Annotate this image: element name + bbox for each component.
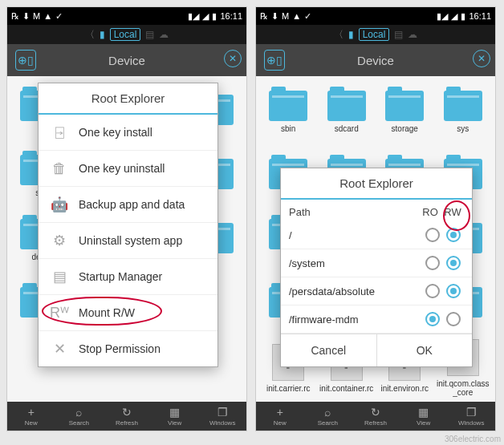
close-icon[interactable]: ✕ <box>473 50 490 67</box>
file-name: init.carrier.rc <box>266 384 310 393</box>
folder-icon <box>444 91 482 121</box>
menu-title: Root Explorer <box>39 83 217 115</box>
folder-item[interactable]: sbin <box>259 79 318 144</box>
bottombar-search[interactable]: ⌕Search <box>304 402 352 431</box>
radio-ro[interactable] <box>425 284 440 298</box>
bottombar-label: New <box>274 419 287 427</box>
mount-column-header: Path RO RW <box>281 200 472 221</box>
view-icon: ▦ <box>418 406 429 419</box>
warning-icon: ▲ <box>43 11 52 21</box>
bottombar-refresh[interactable]: ↻Refresh <box>352 402 400 431</box>
bottombar-search[interactable]: ⌕Search <box>55 402 104 431</box>
radio-rw[interactable] <box>446 228 461 242</box>
chevron-left-icon: 〈 <box>334 28 343 42</box>
bottombar-windows[interactable]: ❐Windows <box>198 402 246 431</box>
android-icon: 🤖 <box>48 195 71 214</box>
menu-item-backup-app-and-data[interactable]: 🤖Backup app and data <box>39 187 217 223</box>
close-icon[interactable]: ✕ <box>224 50 242 67</box>
bottombar-new[interactable]: +New <box>7 402 55 431</box>
battery-icon: ▮ <box>461 11 465 22</box>
menu-item-stop-permission[interactable]: ✕Stop Permission <box>39 331 217 366</box>
mount-row: /system <box>281 249 472 277</box>
rw-icon: Rᵂ <box>48 303 71 322</box>
path-bar[interactable]: 〈 ▮ Local ▤ ☁ <box>7 25 246 44</box>
left-screenshot: ℞ ⬇ M ▲ ✓ ▮◢ ◢ ▮ 16:11 〈 ▮ Local ▤ ☁ ⊕▯ … <box>6 6 247 431</box>
mount-path: /persdata/absolute <box>289 285 422 297</box>
mount-path: /system <box>289 257 422 269</box>
install-icon: ⍈ <box>48 123 71 142</box>
menu-item-startup-manager[interactable]: ▤Startup Manager <box>39 259 217 295</box>
bottombar-view[interactable]: ▦View <box>151 402 199 431</box>
menu-item-uninstall-system-app[interactable]: ⚙Uninstall system app <box>39 223 217 259</box>
search-icon: ⌕ <box>75 406 82 419</box>
ok-button[interactable]: OK <box>377 334 473 366</box>
search-icon: ⌕ <box>324 406 331 419</box>
path-bar[interactable]: 〈 ▮ Local ▤ ☁ <box>256 25 495 44</box>
bottombar-label: Refresh <box>116 419 138 427</box>
folder-item[interactable]: sdcard <box>318 79 376 144</box>
right-screenshot: ℞ ⬇ M ▲ ✓ ▮◢ ◢ ▮ 16:11 〈 ▮ Local ▤ ☁ ⊕▯ … <box>255 6 496 431</box>
mount-rw-dialog: Root Explorer Path RO RW / /system /pers… <box>280 168 473 367</box>
radio-rw[interactable] <box>446 312 461 326</box>
disk-icon: ▤ <box>145 29 154 40</box>
radio-ro[interactable] <box>425 228 440 242</box>
header-title: Device <box>264 54 487 67</box>
bottombar-label: Refresh <box>364 419 387 427</box>
folder-icon <box>269 91 307 121</box>
folder-name: sys <box>457 124 469 133</box>
folder-icon <box>385 91 424 121</box>
menu-item-label: Startup Manager <box>79 270 162 283</box>
ro-col-label: RO <box>419 206 441 218</box>
mount-path: / <box>289 229 422 241</box>
bottombar-refresh[interactable]: ↻Refresh <box>103 402 151 431</box>
windows-icon: ❐ <box>466 406 477 419</box>
mount-row: /firmware-mdm <box>281 305 472 334</box>
bottombar-new[interactable]: +New <box>256 402 304 431</box>
bottombar-label: Windows <box>458 419 484 427</box>
bottombar-windows[interactable]: ❐Windows <box>447 402 495 431</box>
download-icon: ⬇ <box>22 11 30 22</box>
new-icon: + <box>277 406 283 419</box>
radio-rw[interactable] <box>446 284 461 298</box>
cancel-button[interactable]: Cancel <box>281 334 377 366</box>
disk-icon: ▤ <box>394 29 403 40</box>
battery-icon: ▮ <box>212 11 217 22</box>
menu-item-one-key-install[interactable]: ⍈One key install <box>39 115 217 151</box>
bottombar-label: Search <box>69 419 89 427</box>
bottombar-view[interactable]: ▦View <box>400 402 448 431</box>
signal-icon: ▮◢ <box>188 11 199 22</box>
bottombar-label: View <box>417 419 430 427</box>
folder-item[interactable]: sys <box>434 79 493 144</box>
download-icon: ⬇ <box>271 11 278 22</box>
root-explorer-menu: Root Explorer ⍈One key install🗑One key u… <box>38 83 218 367</box>
sd-icon: ▮ <box>100 29 105 40</box>
mount-path: /firmware-mdm <box>289 314 422 326</box>
mount-row: /persdata/absolute <box>281 277 472 305</box>
bottom-bar: +New⌕Search↻Refresh▦View❐Windows <box>256 402 495 431</box>
file-name: init.qcom.class_core <box>435 379 491 397</box>
bottombar-label: View <box>168 419 181 427</box>
mail-icon: M <box>282 11 289 21</box>
menu-item-label: Stop Permission <box>79 342 161 355</box>
watermark: 306electric.com <box>445 435 501 443</box>
menu-item-mount-r-w[interactable]: RᵂMount R/W <box>39 295 217 331</box>
cloud-icon: ☁ <box>408 29 417 40</box>
mount-title: Root Explorer <box>281 168 472 200</box>
startup-icon: ▤ <box>48 267 71 286</box>
check-icon: ✓ <box>55 11 63 22</box>
status-bar: ℞ ⬇ M ▲ ✓ ▮◢ ◢ ▮ 16:11 <box>256 7 495 25</box>
signal2-icon: ◢ <box>202 11 209 22</box>
radio-ro[interactable] <box>425 312 440 326</box>
folder-name: sdcard <box>335 124 359 133</box>
radio-rw[interactable] <box>446 256 461 270</box>
location-label: Local <box>359 28 390 41</box>
cross-icon: ✕ <box>48 339 71 358</box>
folder-item[interactable]: storage <box>376 79 434 144</box>
radio-ro[interactable] <box>425 256 440 270</box>
menu-item-one-key-uninstall[interactable]: 🗑One key uninstall <box>39 151 217 187</box>
gear-phone-icon: ⚙ <box>48 231 71 250</box>
app-header: ⊕▯ Device ✕ <box>256 44 495 76</box>
signal2-icon: ◢ <box>451 11 457 22</box>
menu-item-label: Mount R/W <box>79 306 135 319</box>
path-col-label: Path <box>289 206 419 218</box>
